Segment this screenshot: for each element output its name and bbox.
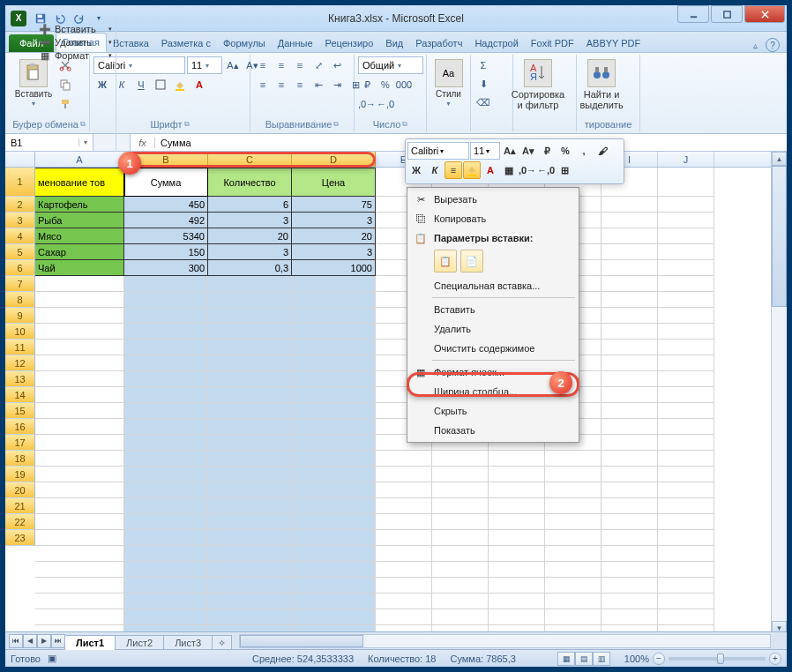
sheet-nav-prev[interactable]: ◀ <box>23 634 37 648</box>
cell[interactable] <box>124 355 208 371</box>
cell[interactable] <box>658 578 714 594</box>
cell[interactable] <box>432 609 489 625</box>
cell[interactable]: Рыба <box>35 213 124 228</box>
cell[interactable] <box>124 340 208 355</box>
cell[interactable]: 20 <box>292 228 376 244</box>
cell[interactable] <box>124 324 208 340</box>
fill-color-icon[interactable] <box>171 76 189 93</box>
cell[interactable]: Картофель <box>35 197 124 213</box>
cell[interactable] <box>35 546 124 562</box>
cell[interactable] <box>601 324 658 340</box>
cell[interactable] <box>489 451 545 467</box>
select-all-corner[interactable] <box>5 152 35 167</box>
cell[interactable] <box>208 355 292 371</box>
cell[interactable] <box>292 562 376 578</box>
cell[interactable] <box>601 514 658 530</box>
mini-format-painter-icon[interactable]: 🖌 <box>594 142 611 160</box>
cell[interactable] <box>208 419 292 435</box>
mini-grow-font-icon[interactable]: A▴ <box>501 142 519 160</box>
dialog-launcher-icon[interactable]: ⧉ <box>333 120 339 129</box>
ctx-hide[interactable]: Скрыть <box>409 401 577 421</box>
cell[interactable] <box>601 498 658 514</box>
cell[interactable]: менование тов <box>35 168 124 197</box>
cell[interactable] <box>601 435 658 451</box>
cell[interactable] <box>35 419 124 435</box>
cell[interactable] <box>124 387 208 403</box>
close-button[interactable] <box>744 5 785 23</box>
scroll-thumb[interactable] <box>772 166 787 307</box>
clear-icon[interactable]: ⌫ <box>474 93 492 111</box>
cell[interactable] <box>601 371 658 387</box>
mini-font-color-icon[interactable]: A <box>482 161 499 179</box>
decrease-decimal-icon[interactable]: ←,0 <box>377 95 394 113</box>
cell[interactable] <box>208 324 292 340</box>
row-header[interactable]: 6 <box>5 260 35 276</box>
cell[interactable] <box>292 609 376 625</box>
mini-fill-color-icon[interactable] <box>463 161 481 179</box>
cell[interactable] <box>601 530 658 546</box>
mini-align-center-icon[interactable]: ≡ <box>445 161 462 179</box>
cell[interactable] <box>489 530 545 546</box>
cell[interactable] <box>432 482 489 498</box>
row-header[interactable]: 3 <box>5 213 35 228</box>
zoom-level[interactable]: 100% <box>624 653 649 664</box>
tab-addins[interactable]: Надстрой <box>468 34 524 52</box>
mini-bold-icon[interactable]: Ж <box>407 161 425 179</box>
formula-input[interactable]: Сумма <box>155 138 197 148</box>
row-header[interactable]: 5 <box>5 244 35 260</box>
cell[interactable] <box>292 467 376 482</box>
macro-record-icon[interactable]: ▣ <box>48 653 56 664</box>
cell[interactable] <box>489 467 545 482</box>
cell[interactable] <box>208 514 292 530</box>
ctx-cut[interactable]: ✂Вырезать <box>409 190 577 209</box>
cell[interactable] <box>124 514 208 530</box>
mini-shrink-font-icon[interactable]: A▾ <box>519 142 537 160</box>
cell[interactable] <box>432 562 489 578</box>
cell[interactable] <box>124 530 208 546</box>
cell[interactable]: 3 <box>292 213 376 228</box>
row-header[interactable]: 1 <box>5 168 35 197</box>
sheet-nav-last[interactable]: ⏭ <box>51 634 65 648</box>
cell[interactable] <box>658 594 714 609</box>
mini-dec-decimal-icon[interactable]: ←,0 <box>537 161 555 179</box>
cell[interactable] <box>208 609 292 625</box>
underline-icon[interactable]: Ч <box>132 76 150 93</box>
mini-currency-icon[interactable]: ₽ <box>538 142 556 160</box>
row-header[interactable]: 4 <box>5 228 35 244</box>
cell[interactable] <box>124 276 208 292</box>
cell[interactable] <box>35 340 124 355</box>
row-header[interactable]: 7 <box>5 276 35 292</box>
cell[interactable] <box>124 371 208 387</box>
cell[interactable] <box>292 308 376 324</box>
cell[interactable] <box>208 467 292 482</box>
cell[interactable] <box>292 340 376 355</box>
cell[interactable] <box>292 371 376 387</box>
cell[interactable]: 75 <box>292 197 376 213</box>
cell[interactable]: 3 <box>208 213 292 228</box>
cell[interactable]: Сахар <box>35 244 124 260</box>
cell[interactable] <box>432 594 489 609</box>
tab-view[interactable]: Вид <box>379 34 409 52</box>
cell[interactable] <box>601 578 658 594</box>
cell[interactable] <box>432 451 489 467</box>
sheet-tab[interactable]: Лист3 <box>163 635 213 650</box>
cell[interactable] <box>292 482 376 498</box>
ctx-copy[interactable]: ⿻Копировать <box>409 209 577 228</box>
cell[interactable] <box>35 498 124 514</box>
cell[interactable] <box>208 276 292 292</box>
sheet-tab[interactable]: Лист2 <box>115 635 164 650</box>
col-header-J[interactable]: J <box>658 152 714 167</box>
cell[interactable] <box>658 498 714 514</box>
row-header[interactable]: 15 <box>5 403 35 419</box>
mini-fontsize-combo[interactable]: 11▾ <box>470 142 500 160</box>
cell[interactable] <box>601 403 658 419</box>
mini-italic-icon[interactable]: К <box>426 161 444 179</box>
help-icon[interactable]: ? <box>766 38 780 52</box>
cell[interactable] <box>432 467 489 482</box>
autosum-icon[interactable]: Σ <box>474 56 492 74</box>
zoom-thumb[interactable] <box>717 653 724 664</box>
cell[interactable] <box>658 213 714 228</box>
cell[interactable] <box>35 371 124 387</box>
cell[interactable] <box>376 482 432 498</box>
cell[interactable] <box>35 387 124 403</box>
